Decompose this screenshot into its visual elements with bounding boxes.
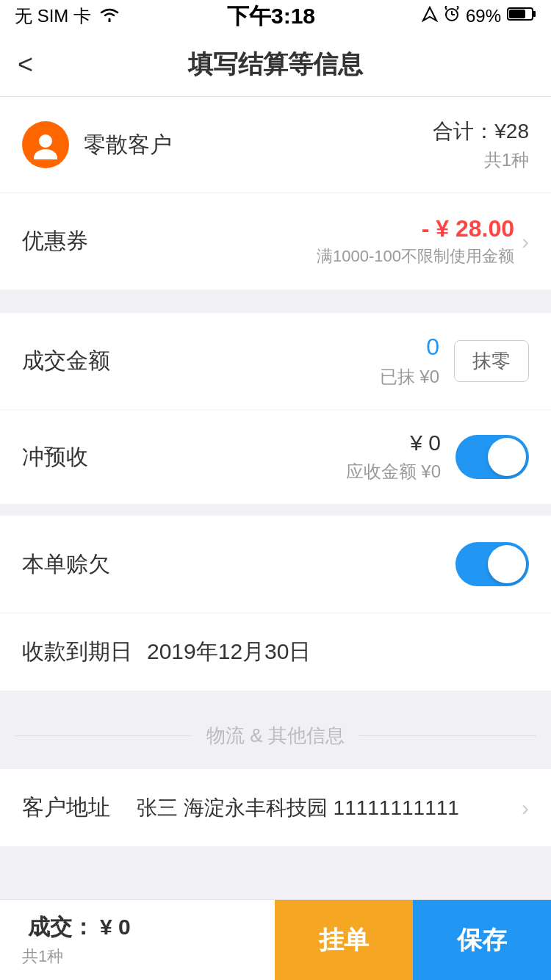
due-date-value: 2019年12月30日	[147, 637, 311, 667]
coupon-right: - ¥ 28.00 满1000-100不限制使用金额 ›	[317, 215, 529, 267]
toggle-knob	[488, 438, 526, 476]
debt-row: 本单赊欠	[0, 516, 551, 613]
deal-amount-value-area: 0 已抹 ¥0 抹零	[380, 334, 529, 389]
bottom-deal-text: 成交：¥ 0	[22, 912, 253, 943]
svg-rect-5	[533, 11, 536, 17]
svg-rect-6	[509, 10, 525, 18]
sim-text: 无 SIM 卡	[15, 4, 91, 28]
avatar	[22, 121, 69, 168]
section-divider-3	[0, 691, 551, 702]
prepay-amount: ¥ 0	[346, 430, 441, 455]
deal-amount-input[interactable]: 0	[380, 334, 439, 361]
bottom-count: 共1种	[22, 945, 253, 968]
back-button[interactable]: <	[18, 49, 33, 80]
wifi-icon	[98, 6, 120, 26]
address-value: 张三 海淀永丰科技园 11111111111	[137, 794, 514, 822]
location-icon	[422, 6, 438, 26]
status-bar: 无 SIM 卡 下午3:18 69%	[0, 0, 551, 32]
round-zero-button[interactable]: 抹零	[454, 340, 529, 382]
deal-amount-row: 成交金额 0 已抹 ¥0 抹零	[0, 313, 551, 410]
coupon-value: - ¥ 28.00 满1000-100不限制使用金额	[317, 215, 514, 267]
bottom-summary: 成交：¥ 0 共1种	[0, 912, 275, 968]
status-right: 69%	[422, 6, 536, 26]
customer-row: 零散客户 合计：¥28 共1种	[0, 97, 551, 192]
customer-card: 零散客户 合计：¥28 共1种 优惠券 - ¥ 28.00 满1000-100不…	[0, 97, 551, 289]
battery-icon	[507, 6, 536, 26]
page-title: 填写结算等信息	[188, 48, 363, 82]
debt-toggle-knob	[488, 545, 526, 583]
coupon-label: 优惠券	[22, 226, 88, 256]
address-chevron-icon: ›	[522, 796, 529, 821]
address-row[interactable]: 客户地址 张三 海淀永丰科技园 11111111111 ›	[0, 769, 551, 846]
customer-name: 零散客户	[84, 130, 172, 160]
save-button[interactable]: 保存	[413, 900, 551, 981]
content-area: 零散客户 合计：¥28 共1种 优惠券 - ¥ 28.00 满1000-100不…	[0, 97, 551, 980]
bottom-deal-label: 成交：	[28, 915, 94, 939]
customer-summary: 合计：¥28 共1种	[433, 118, 529, 172]
section-divider-2	[0, 504, 551, 516]
bottom-deal-amount: ¥ 0	[100, 915, 131, 939]
address-label: 客户地址	[22, 793, 125, 823]
bottom-bar: 成交：¥ 0 共1种 挂单 保存	[0, 899, 551, 980]
coupon-desc: 满1000-100不限制使用金额	[317, 245, 514, 267]
chevron-right-icon: ›	[522, 229, 529, 254]
deal-amount-label: 成交金额	[22, 346, 125, 376]
prepay-row: 冲预收 ¥ 0 应收金额 ¥0	[0, 410, 551, 504]
prepay-right: ¥ 0 应收金额 ¥0	[346, 430, 529, 483]
debt-toggle[interactable]	[455, 542, 529, 586]
deal-amount-sub: 已抹 ¥0	[380, 365, 439, 389]
debt-section: 本单赊欠 收款到期日 2019年12月30日	[0, 516, 551, 691]
svg-point-7	[39, 134, 52, 148]
logistics-line-right	[359, 735, 536, 736]
logistics-label: 物流 & 其他信息	[206, 723, 345, 749]
status-left: 无 SIM 卡	[15, 4, 120, 28]
nav-bar: < 填写结算等信息	[0, 32, 551, 97]
customer-left: 零散客户	[22, 121, 172, 168]
battery-percentage: 69%	[466, 6, 501, 26]
prepay-toggle[interactable]	[455, 435, 529, 479]
status-time: 下午3:18	[227, 1, 315, 32]
prepay-label: 冲预收	[22, 442, 88, 472]
debt-label: 本单赊欠	[22, 550, 110, 580]
coupon-amount: - ¥ 28.00	[317, 215, 514, 242]
logistics-line-left	[15, 735, 192, 736]
hold-button[interactable]: 挂单	[275, 900, 413, 981]
total-amount: 合计：¥28	[433, 118, 529, 145]
svg-marker-0	[423, 7, 436, 21]
logistics-section-header: 物流 & 其他信息	[0, 708, 551, 763]
coupon-row[interactable]: 优惠券 - ¥ 28.00 满1000-100不限制使用金额 ›	[0, 192, 551, 289]
section-divider-1	[0, 301, 551, 313]
due-date-label: 收款到期日	[22, 637, 132, 667]
deal-amount-section: 成交金额 0 已抹 ¥0 抹零 冲预收 ¥ 0 应收金额 ¥0	[0, 313, 551, 504]
due-date-row: 收款到期日 2019年12月30日	[0, 613, 551, 691]
alarm-icon	[444, 6, 460, 26]
total-count: 共1种	[433, 148, 529, 172]
prepay-sub: 应收金额 ¥0	[346, 460, 441, 483]
svg-point-8	[34, 149, 57, 159]
